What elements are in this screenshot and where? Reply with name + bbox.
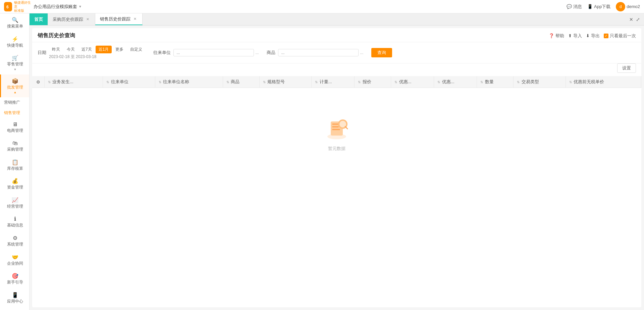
sort-icon-pre-tax-price: ⇅	[569, 80, 572, 84]
app-download-button[interactable]: 📱 App下载	[587, 4, 610, 10]
th-unit-name[interactable]: ⇅ 往来单位名称	[155, 76, 223, 88]
tab-maximize-icon[interactable]: ⤢	[636, 17, 640, 22]
sidebar-sub-item-marketing-label: 营销推广	[4, 100, 20, 105]
data-table: ⚙ ⇅ 业务发生... ⇅ 往来单位 ⇅ 往来单位名称	[32, 76, 641, 88]
date-btn-7days[interactable]: 近7天	[78, 46, 95, 53]
svg-rect-6	[332, 129, 340, 130]
goods-ellipsis-btn[interactable]: ...	[360, 50, 363, 55]
sidebar-sub-item-sales-label: 销售管理	[4, 110, 20, 115]
sidebar-item-system[interactable]: ⚙ 系统管理	[0, 231, 29, 251]
export-button[interactable]: ⬇ 导出	[586, 33, 600, 39]
th-settings[interactable]: ⚙	[32, 76, 44, 88]
tab-bar-right: ✕ ⤢	[629, 17, 644, 22]
sidebar-item-inventory[interactable]: 📋 库存核算	[0, 156, 29, 175]
sidebar-item-wechat[interactable]: 💬 企业微信	[0, 307, 29, 310]
date-btn-yesterday[interactable]: 昨天	[49, 46, 63, 53]
date-btn-custom[interactable]: 自定义	[127, 46, 145, 53]
top-center: 办公用品行业模拟账套 ▼	[34, 4, 564, 10]
checkbox-icon: ✓	[604, 34, 608, 38]
appstore-icon: 📱	[12, 292, 18, 298]
top-right: 💬 消息 📱 App下载 d demo2	[567, 2, 640, 11]
only-last-label: 只看最后一次	[610, 33, 636, 39]
sidebar-sub-item-marketing[interactable]: 营销推广	[0, 97, 29, 108]
logo-icon: 6	[4, 2, 12, 11]
user-area[interactable]: d demo2	[616, 2, 640, 11]
date-btn-today[interactable]: 今天	[64, 46, 78, 53]
table-header-row: ⚙ ⇅ 业务发生... ⇅ 往来单位 ⇅ 往来单位名称	[32, 76, 641, 88]
enterprise-icon: 🤝	[12, 254, 18, 260]
app-selector[interactable]: 办公用品行业模拟账套 ▼	[34, 4, 82, 10]
settings-button[interactable]: 设置	[617, 63, 636, 73]
tab-home[interactable]: 首页	[30, 13, 48, 25]
inventory-icon: 📋	[12, 159, 18, 165]
th-unit-code-label: 往来单位	[111, 79, 128, 84]
th-discount1[interactable]: ⇅ 优惠...	[391, 76, 434, 88]
th-unit-code[interactable]: ⇅ 往来单位	[103, 76, 155, 88]
app-name: 畅捷通好生意	[14, 1, 31, 9]
tab-home-label: 首页	[34, 16, 43, 22]
page-content: 销售历史价查询 ❓ 帮助 ⬆ 导入 ⬇ 导出 ✓	[32, 28, 641, 307]
th-discount1-label: 优惠...	[399, 79, 412, 84]
date-filter-wrapper: 昨天 今天 近7天 近1月 更多 自定义 2023-02-18 至 2023-0…	[49, 46, 145, 60]
query-button[interactable]: 查询	[371, 48, 392, 57]
help-button[interactable]: ❓ 帮助	[549, 33, 564, 39]
th-unit[interactable]: ⇅ 计量...	[311, 76, 354, 88]
sidebar-sub-item-sales-mgmt[interactable]: 销售管理	[0, 108, 29, 118]
message-button[interactable]: 💬 消息	[567, 4, 582, 10]
tab-purchase-history-close[interactable]: ✕	[85, 17, 90, 22]
table-wrapper: ⚙ ⇅ 业务发生... ⇅ 往来单位 ⇅ 往来单位名称	[32, 76, 641, 307]
date-btn-1month[interactable]: 近1月	[96, 46, 112, 53]
sort-icon-goods: ⇅	[226, 80, 229, 84]
sidebar-item-operations-label: 经营管理	[7, 204, 23, 209]
goods-input[interactable]	[278, 49, 359, 56]
source-unit-ellipsis-btn[interactable]: ...	[255, 50, 259, 55]
tab-purchase-history[interactable]: 采购历史价跟踪 ✕	[48, 13, 95, 25]
sidebar-item-shortcut[interactable]: ⚡ 快捷导航	[0, 33, 29, 52]
sidebar-item-operations[interactable]: 📈 经营管理	[0, 194, 29, 213]
th-goods[interactable]: ⇅ 商品	[223, 76, 259, 88]
tab-close-all-icon[interactable]: ✕	[629, 17, 633, 22]
sidebar-item-shortcut-label: 快捷导航	[7, 43, 23, 48]
sidebar-item-finance[interactable]: 💰 资金管理	[0, 174, 29, 194]
sort-icon-trade-type: ⇅	[517, 80, 520, 84]
source-unit-filter-group: 往来单位 ...	[153, 49, 259, 56]
sort-icon-unit-code: ⇅	[106, 80, 109, 84]
sidebar-item-retail[interactable]: 🛒 零售管理 ▼	[0, 51, 29, 74]
sort-icon-unit: ⇅	[315, 80, 318, 84]
sidebar-item-search[interactable]: 🔍 搜索菜单	[0, 13, 29, 33]
date-btn-more[interactable]: 更多	[112, 46, 126, 53]
sidebar-item-appstore-label: 应用中心	[7, 299, 23, 304]
page-header: 销售历史价查询 ❓ 帮助 ⬆ 导入 ⬇ 导出 ✓	[32, 28, 641, 42]
sidebar-item-basic[interactable]: ℹ 基础信息	[0, 212, 29, 231]
sidebar-item-wholesale[interactable]: 📦 批发管理 ▲	[0, 74, 29, 98]
sidebar-item-purchase[interactable]: 🛍 采购管理	[0, 137, 29, 156]
sidebar-item-ecommerce[interactable]: 🖥 电商管理	[0, 118, 29, 137]
tab-sales-history[interactable]: 销售历史价跟踪 ✕	[95, 13, 143, 25]
shortcut-icon: ⚡	[12, 36, 18, 42]
tab-sales-history-close[interactable]: ✕	[132, 16, 138, 21]
goods-label: 商品	[267, 50, 275, 56]
th-discount2[interactable]: ⇅ 优惠...	[434, 76, 477, 88]
th-trade-type-label: 交易类型	[522, 79, 539, 84]
th-biz-date[interactable]: ⇅ 业务发生...	[44, 76, 103, 88]
app-subtitle: 标准版	[14, 9, 31, 13]
sidebar-item-newbie[interactable]: 🎯 新手引导	[0, 269, 29, 289]
import-button[interactable]: ⬆ 导入	[568, 33, 582, 39]
sidebar-item-enterprise[interactable]: 🤝 企业协同	[0, 251, 29, 270]
th-biz-date-label: 业务发生...	[52, 79, 73, 84]
sidebar-item-newbie-label: 新手引导	[7, 280, 23, 285]
th-quantity[interactable]: ⇅ 数量	[477, 76, 514, 88]
help-label: 帮助	[555, 33, 564, 39]
th-price[interactable]: ⇅ 报价	[355, 76, 391, 88]
th-trade-type[interactable]: ⇅ 交易类型	[514, 76, 566, 88]
source-unit-input[interactable]	[173, 49, 254, 56]
filter-row2: 设置	[32, 63, 641, 76]
th-pre-tax-price[interactable]: ⇅ 优惠前无税单价	[566, 76, 641, 88]
sidebar-item-appstore[interactable]: 📱 应用中心	[0, 289, 29, 308]
download-icon: 📱	[587, 4, 593, 9]
page-actions: ❓ 帮助 ⬆ 导入 ⬇ 导出 ✓ 只看最后一次	[549, 33, 636, 39]
empty-state: 暂元数据	[32, 88, 641, 178]
th-spec[interactable]: ⇅ 规格型号	[259, 76, 311, 88]
only-last-checkbox[interactable]: ✓ 只看最后一次	[604, 33, 636, 39]
sort-icon-unit-name: ⇅	[159, 80, 161, 84]
